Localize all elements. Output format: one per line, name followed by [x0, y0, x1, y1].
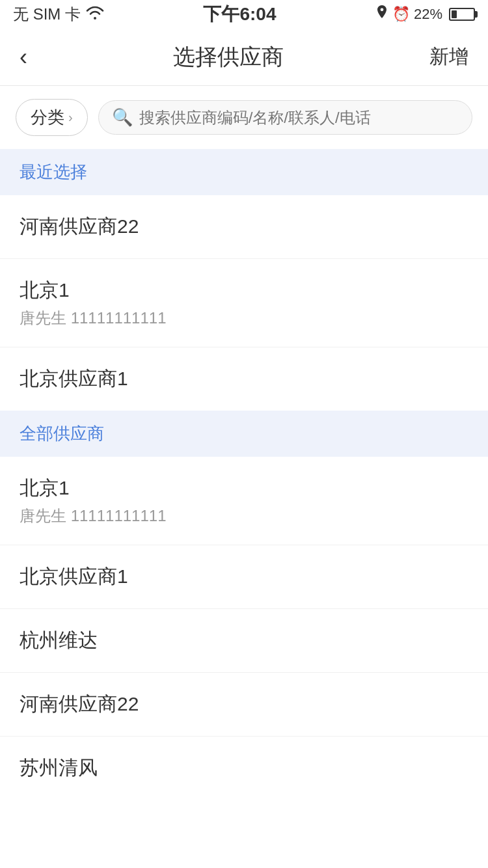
- status-time: 下午6:04: [203, 2, 276, 27]
- item-name: 河南供应商22: [20, 691, 468, 718]
- item-name: 北京1: [20, 277, 468, 304]
- recent-label: 最近选择: [20, 162, 87, 182]
- all-list: 北京1 唐先生 11111111111 北京供应商1 杭州维达 河南供应商22 …: [0, 457, 488, 800]
- status-left: 无 SIM 卡: [13, 4, 104, 25]
- filter-bar: 分类 › 🔍: [0, 86, 488, 149]
- add-button[interactable]: 新增: [429, 44, 468, 70]
- all-list-item[interactable]: 河南供应商22: [0, 673, 488, 737]
- item-name: 河南供应商22: [20, 213, 468, 240]
- item-name: 北京供应商1: [20, 366, 468, 392]
- all-section-header: 全部供应商: [0, 411, 488, 457]
- status-bar: 无 SIM 卡 下午6:04 ⏰ 22%: [0, 0, 488, 29]
- item-name: 苏州清风: [20, 755, 468, 781]
- all-list-item[interactable]: 北京1 唐先生 11111111111: [0, 457, 488, 545]
- all-label: 全部供应商: [20, 424, 104, 443]
- no-sim-label: 无 SIM 卡: [13, 4, 81, 25]
- back-button[interactable]: ‹: [20, 44, 27, 71]
- category-label: 分类: [31, 106, 64, 129]
- recent-list-item[interactable]: 河南供应商22: [0, 195, 488, 259]
- all-list-item[interactable]: 北京供应商1: [0, 545, 488, 609]
- item-name: 杭州维达: [20, 627, 468, 654]
- battery-icon: [449, 8, 475, 21]
- all-list-item[interactable]: 苏州清风: [0, 737, 488, 800]
- chevron-right-icon: ›: [68, 110, 73, 125]
- search-box[interactable]: 🔍: [98, 100, 472, 135]
- nav-bar: ‹ 选择供应商 新增: [0, 29, 488, 86]
- location-icon: [375, 5, 388, 23]
- item-contact: 唐先生 11111111111: [20, 308, 468, 329]
- recent-list-item[interactable]: 北京供应商1: [0, 347, 488, 411]
- item-name: 北京1: [20, 475, 468, 502]
- search-icon: 🔍: [112, 107, 133, 128]
- recent-section-header: 最近选择: [0, 149, 488, 195]
- item-contact: 唐先生 11111111111: [20, 506, 468, 526]
- status-right: ⏰ 22%: [375, 5, 475, 23]
- recent-list: 河南供应商22 北京1 唐先生 11111111111 北京供应商1: [0, 195, 488, 411]
- category-button[interactable]: 分类 ›: [16, 99, 88, 136]
- battery-percent: 22%: [414, 6, 442, 23]
- recent-list-item[interactable]: 北京1 唐先生 11111111111: [0, 259, 488, 347]
- search-input[interactable]: [139, 109, 459, 127]
- item-name: 北京供应商1: [20, 563, 468, 590]
- alarm-icon: ⏰: [392, 6, 410, 23]
- wifi-icon: [86, 5, 104, 23]
- all-list-item[interactable]: 杭州维达: [0, 609, 488, 673]
- nav-title: 选择供应商: [173, 42, 284, 72]
